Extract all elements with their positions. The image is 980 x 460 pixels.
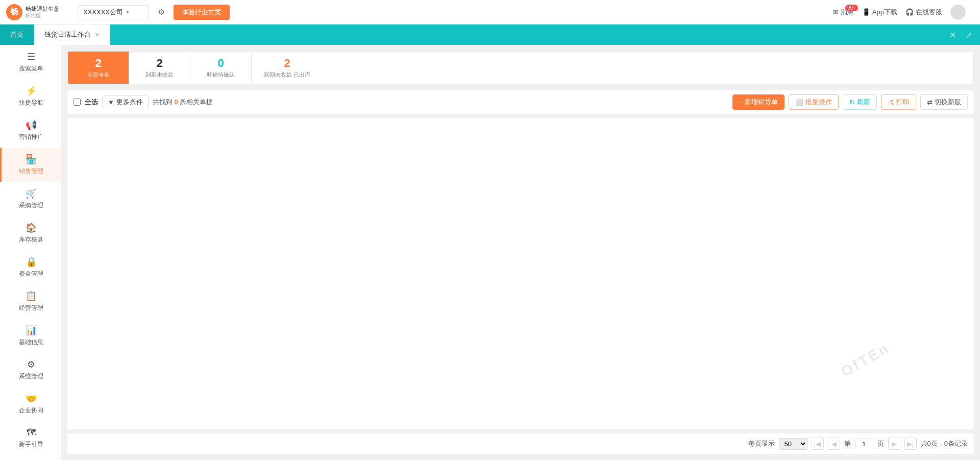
sidebar-item-enterprise[interactable]: 🤝 企业协同	[0, 387, 61, 421]
tab-workbench[interactable]: 钱货日清工作台 ×	[34, 25, 110, 45]
toolbar-left: 全选 ▼ 更多条件 共找到 0 条相关单据	[74, 95, 728, 109]
logo-text: 畅捷通好生意 标准版	[26, 5, 59, 19]
sidebar-item-operations[interactable]: 📋 经营管理	[0, 284, 61, 319]
logo-area: 畅 畅捷通好生意 标准版	[6, 4, 67, 20]
sidebar-item-label: 营销推广	[19, 133, 43, 141]
sidebar-item-label: 新手引导	[19, 440, 43, 449]
stats-tab-all[interactable]: 2 全部单据	[68, 52, 129, 84]
inventory-icon: 🏠	[26, 222, 37, 233]
maximize-btn[interactable]: ⤢	[962, 28, 976, 42]
sales-icon: 🏪	[26, 154, 37, 165]
top-header: 畅 畅捷通好生意 标准版 XXXXXX公司 ▼ ⚙ 体验行业方案 ✉ 消息 99…	[0, 0, 980, 25]
chevron-down-icon: ▼	[125, 9, 130, 15]
more-filter-btn[interactable]: ▼ 更多条件	[102, 95, 149, 109]
sidebar-item-app-center[interactable]: 📦 应用中心	[0, 455, 61, 460]
sidebar-item-system[interactable]: ⚙ 系统管理	[0, 353, 61, 387]
filter-icon: ▼	[108, 99, 114, 106]
settings-icon[interactable]: ⚙	[153, 4, 169, 20]
batch-icon: ⬜	[795, 99, 803, 106]
message-icon: ✉	[833, 8, 839, 16]
stats-tab-unshipped[interactable]: 2 到期未收款 已出库	[252, 52, 323, 84]
sidebar-item-guide[interactable]: 🗺 新手引导	[0, 421, 61, 455]
message-badge: 99+	[845, 5, 858, 11]
close-window-btn[interactable]: ✕	[945, 28, 960, 42]
header-right: ✉ 消息 99+ 📱 App下载 🎧 在线客服	[833, 5, 974, 20]
switch-version-btn[interactable]: ⇄ 切换新版	[920, 94, 968, 110]
switch-icon: ⇄	[927, 99, 933, 106]
stats-tab-overdue[interactable]: 2 到期未收款	[129, 52, 190, 84]
workbench-tab-label: 钱货日清工作台	[44, 30, 91, 39]
marketing-icon: 📢	[26, 119, 37, 131]
base-info-icon: 📊	[26, 325, 37, 336]
close-tab-icon[interactable]: ×	[95, 31, 99, 39]
page-suffix: 页	[877, 439, 884, 448]
search-menu-icon: ☰	[27, 51, 35, 62]
sidebar-item-quick-nav[interactable]: ⚡ 快捷导航	[0, 79, 61, 113]
operations-icon: 📋	[26, 290, 37, 302]
quick-nav-icon: ⚡	[26, 85, 37, 96]
prev-page-btn[interactable]: ◀	[828, 438, 840, 450]
filter-btn-label: 更多条件	[116, 98, 143, 107]
sidebar-item-search-menu[interactable]: ☰ 搜索菜单	[0, 45, 61, 79]
add-sales-order-btn[interactable]: + 新增销货单	[732, 94, 785, 110]
logo-icon: 畅	[6, 4, 22, 20]
online-service-btn[interactable]: 🎧 在线客服	[905, 8, 942, 17]
print-btn[interactable]: 🖨 打印	[881, 94, 916, 110]
last-page-btn[interactable]: ▶|	[904, 438, 917, 450]
toolbar-right: + 新增销货单 ⬜ 批量操作 ↻ 刷新 🖨 打印 ⇄ 切换新版	[732, 94, 968, 110]
table-area: OfTEn	[67, 118, 974, 429]
page-input[interactable]	[855, 439, 873, 449]
page-label: 第	[844, 439, 851, 448]
per-page-select[interactable]: 50 10 20 100	[779, 438, 807, 450]
total-records-label: 共0页，0条记录	[921, 439, 968, 448]
refresh-btn[interactable]: ↻ 刷新	[843, 94, 877, 110]
sidebar-item-label: 销售管理	[19, 167, 43, 176]
first-page-btn[interactable]: |◀	[812, 438, 824, 450]
stats-tab-wangdian[interactable]: 0 旺辅待确认	[190, 52, 252, 84]
messages-btn[interactable]: ✉ 消息 99+	[833, 8, 854, 17]
sidebar-item-marketing[interactable]: 📢 营销推广	[0, 113, 61, 148]
pagination-bar: 每页显示 50 10 20 100 |◀ ◀ 第 页 ▶ ▶| 共0页，0条记录	[67, 433, 974, 454]
sidebar-item-sales[interactable]: 🏪 销售管理	[0, 148, 61, 182]
finance-icon: 🔒	[26, 256, 37, 268]
sidebar-item-purchase[interactable]: 🛒 采购管理	[0, 182, 61, 216]
select-all-label: 全选	[85, 98, 98, 107]
nav-tabs: 首页 钱货日清工作台 × ✕ ⤢	[0, 25, 980, 45]
sidebar-item-label: 系统管理	[19, 372, 43, 381]
sidebar-item-label: 搜索菜单	[19, 64, 43, 73]
select-all-checkbox[interactable]	[74, 99, 81, 106]
toolbar: 全选 ▼ 更多条件 共找到 0 条相关单据 + 新增销货单 ⬜ 批量操作 ↻ 刷…	[67, 90, 974, 114]
purchase-icon: 🛒	[26, 188, 37, 199]
sidebar-item-finance[interactable]: 🔒 资金管理	[0, 250, 61, 284]
found-count: 0	[175, 98, 178, 106]
watermark: OfTEn	[839, 340, 893, 380]
sidebar-item-label: 库存核算	[19, 235, 43, 244]
app-download-btn[interactable]: 📱 App下载	[862, 8, 897, 17]
stats-label-unshipped: 到期未收款 已出库	[264, 71, 310, 79]
sidebar-item-label: 企业协同	[19, 406, 43, 415]
nav-tab-actions: ✕ ⤢	[945, 25, 980, 45]
sidebar-item-label: 资金管理	[19, 270, 43, 278]
guide-icon: 🗺	[27, 427, 36, 438]
experience-btn[interactable]: 体验行业方案	[174, 5, 230, 20]
main-layout: ☰ 搜索菜单 ⚡ 快捷导航 📢 营销推广 🏪 销售管理 🛒 采购管理 🏠 库存核…	[0, 45, 980, 460]
system-icon: ⚙	[27, 359, 35, 370]
stats-count-overdue: 2	[141, 57, 178, 70]
content-area: 2 全部单据 2 到期未收款 0 旺辅待确认 2 到期未收款 已出库 全选	[61, 45, 980, 460]
stats-label-wangdian: 旺辅待确认	[203, 71, 239, 79]
sidebar-item-base-info[interactable]: 📊 基础信息	[0, 319, 61, 353]
sidebar: ☰ 搜索菜单 ⚡ 快捷导航 📢 营销推广 🏪 销售管理 🛒 采购管理 🏠 库存核…	[0, 45, 61, 460]
per-page-label: 每页显示	[748, 439, 775, 448]
sidebar-item-label: 经营管理	[19, 304, 43, 312]
tab-home[interactable]: 首页	[0, 25, 34, 45]
company-selector[interactable]: XXXXXX公司 ▼	[78, 5, 149, 19]
stats-tabs: 2 全部单据 2 到期未收款 0 旺辅待确认 2 到期未收款 已出库	[67, 51, 974, 84]
next-page-btn[interactable]: ▶	[888, 438, 900, 450]
avatar[interactable]	[950, 5, 966, 20]
sidebar-item-label: 基础信息	[19, 338, 43, 347]
batch-operation-btn[interactable]: ⬜ 批量操作	[789, 94, 839, 110]
found-text: 共找到 0 条相关单据	[153, 98, 213, 107]
refresh-icon: ↻	[849, 99, 855, 106]
sidebar-item-inventory[interactable]: 🏠 库存核算	[0, 216, 61, 250]
stats-count-unshipped: 2	[264, 57, 310, 70]
